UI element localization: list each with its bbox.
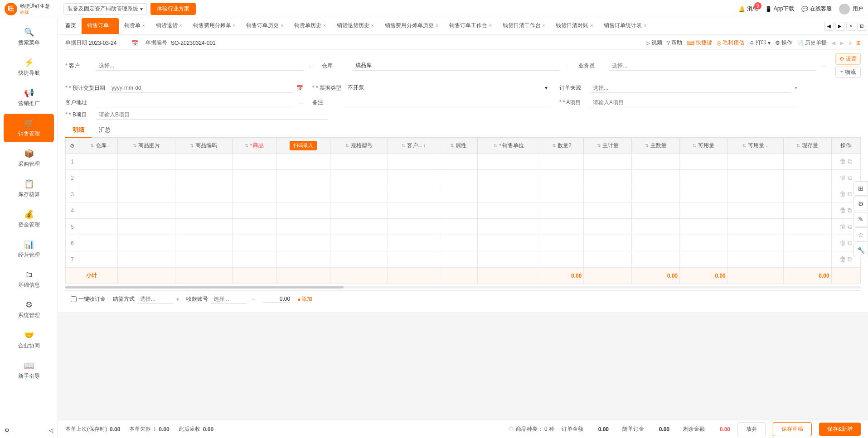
row-copy-icon[interactable]: ⧉ [848,190,852,198]
row-delete-icon[interactable]: 🗑 [839,158,846,165]
tab-close-icon[interactable]: × [371,23,374,28]
row-spec[interactable] [330,235,388,251]
staff-more-btn[interactable]: ··· [822,63,826,68]
rfloat-btn-1[interactable]: ⊞ [853,181,868,196]
tab-close-icon[interactable]: × [111,23,113,28]
row-warehouse[interactable] [79,202,118,219]
row-code[interactable] [175,154,233,170]
row-spec[interactable] [330,202,388,219]
row-available[interactable] [679,186,727,202]
row-available[interactable] [679,202,727,219]
col-warehouse[interactable]: ⇅仓库 [79,138,118,154]
tab-refund-hist[interactable]: 销货退货历史 × [331,18,379,34]
tab-close-icon[interactable]: × [489,23,492,28]
row-product[interactable] [233,170,276,186]
row-available2[interactable] [727,170,783,186]
row-available[interactable] [679,251,727,268]
col-stock[interactable]: ⇅现存量 [783,138,831,154]
row-copy-icon[interactable]: ⧉ [848,223,852,231]
row-available2[interactable] [727,235,783,251]
row-qty2[interactable] [540,186,584,202]
row-stock[interactable] [783,251,831,268]
row-code[interactable] [175,170,233,186]
row-spec[interactable] [330,186,388,202]
col-attributes[interactable]: ⇅属性 [439,138,477,154]
sidebar-item-stock[interactable]: 📋 库存核算 [4,174,54,203]
remarks-input[interactable] [343,98,550,107]
tab-close-icon[interactable]: × [233,23,236,28]
detail-tab-summary[interactable]: 汇总 [92,123,118,137]
col-available2[interactable]: ⇅可用量... [727,138,783,154]
app-download[interactable]: 📱 App下载 [765,5,794,13]
row-delete-icon[interactable]: 🗑 [839,207,846,214]
row-sales-unit[interactable] [477,251,540,268]
row-attributes[interactable] [439,235,477,251]
a-project-input[interactable] [590,98,797,107]
row-attributes[interactable] [439,170,477,186]
row-attributes[interactable] [439,202,477,219]
row-copy-icon[interactable]: ⧉ [848,207,852,214]
detail-tab-detail[interactable]: 明细 [65,123,92,138]
sidebar-item-enterprise[interactable]: 🤝 企业协同 [4,326,54,354]
shortcut-btn[interactable]: ⌨ 快捷键 [687,39,712,47]
tab-sales-summary[interactable]: 销售订单统计表 × [598,18,652,34]
sidebar-item-guide[interactable]: 📖 新手引导 [4,356,54,385]
sidebar-item-quick-nav[interactable]: ⚡ 快捷导航 [4,53,54,82]
warehouse-input[interactable] [353,61,560,71]
row-product[interactable] [233,202,276,219]
row-copy-icon[interactable]: ⧉ [848,239,852,247]
invoice-type-select[interactable]: 不开票 ▾ [345,82,550,93]
row-stock[interactable] [783,186,831,202]
row-main-qty[interactable] [632,202,680,219]
col-spec[interactable]: ⇅规格型号 [330,138,388,154]
address-more-btn[interactable]: ··· [299,100,303,106]
row-code[interactable] [175,186,233,202]
delivery-date-input[interactable] [109,83,293,93]
row-sales-unit[interactable] [477,186,540,202]
col-sales-unit[interactable]: ⇅*销售单位 [477,138,540,154]
tab-menu-btn[interactable]: × [846,22,855,31]
help-btn[interactable]: ? 帮助 [667,39,682,47]
row-customer-code[interactable] [388,251,439,268]
row-main-unit[interactable] [584,154,632,170]
single-date-input[interactable] [89,40,130,46]
row-sales-unit[interactable] [477,202,540,219]
horizontal-scrollbar[interactable] [65,286,861,289]
row-main-qty[interactable] [632,219,680,235]
rfloat-btn-5[interactable]: 🔧 [853,243,868,257]
col-customer-code[interactable]: ⇅客户...ℹ [388,138,439,154]
sidebar-item-operations[interactable]: 📊 经营管理 [4,235,54,264]
row-copy-icon[interactable]: ⧉ [848,255,852,263]
sidebar-item-finance[interactable]: 💰 资金管理 [4,205,54,233]
row-available[interactable] [679,170,727,186]
calendar-icon[interactable]: 📅 [131,40,138,46]
tab-sales-refund[interactable]: 销货退货 × [150,18,188,34]
row-spec[interactable] [330,251,388,268]
sidebar-item-sales[interactable]: 🛒 销售管理 [4,114,54,142]
tab-order-hist[interactable]: 销售订单历史 × [241,18,289,34]
row-main-unit[interactable] [584,219,632,235]
row-available2[interactable] [727,219,783,235]
goods-button[interactable]: + 物流 [835,67,861,78]
row-copy-icon[interactable]: ⧉ [848,174,852,182]
row-product[interactable] [233,235,276,251]
row-main-qty[interactable] [632,251,680,268]
row-delete-icon[interactable]: 🗑 [839,223,846,231]
col-available[interactable]: ⇅可用量 [679,138,727,154]
row-qty2[interactable] [540,170,584,186]
sidebar-settings-icon[interactable]: ⚙ [5,427,10,433]
col-code[interactable]: ⇅商品编码 [175,138,233,154]
actions-btn[interactable]: ⚙ 操作 [775,39,792,47]
staff-input[interactable] [609,61,816,71]
row-available2[interactable] [727,186,783,202]
customer-input[interactable] [96,61,303,71]
row-customer-code[interactable] [388,202,439,219]
row-sales-unit[interactable] [477,219,540,235]
row-sales-unit[interactable] [477,154,540,170]
industry-button[interactable]: 体验行业方案 [150,3,196,15]
tab-close-icon[interactable]: × [543,23,545,28]
grid-view-icon[interactable]: ⊞ [856,40,861,46]
row-spec[interactable] [330,154,388,170]
row-main-qty[interactable] [632,186,680,202]
rfloat-btn-3[interactable]: ✎ [853,212,868,226]
